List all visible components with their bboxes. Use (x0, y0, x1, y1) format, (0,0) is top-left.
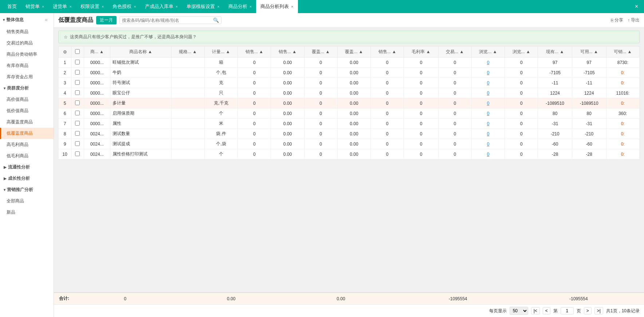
nav-item-products[interactable]: 产成品入库单 × (141, 0, 182, 13)
total-stock1: -1095554 (440, 296, 476, 301)
col-stock1[interactable]: 现有... ▲ (538, 47, 572, 58)
sidebar-item-new-products[interactable]: 新品 (0, 207, 54, 218)
row-b1[interactable]: 0 (471, 68, 504, 78)
row-name: 牛奶 (110, 68, 171, 78)
col-name[interactable]: 商品名称 ▲ (110, 47, 171, 58)
sidebar-section-cluster[interactable]: ▾ 类群度分析 (0, 83, 54, 94)
sidebar-item-high-value[interactable]: 高价值商品 (0, 94, 54, 105)
row-b1[interactable]: 0 (471, 58, 504, 68)
export-button[interactable]: ↑ 导出 (628, 17, 640, 23)
sidebar-section-growth[interactable]: ▶ 成长性分析 (0, 173, 54, 184)
row-b1[interactable]: 0 (471, 139, 504, 149)
nav-item-purchase[interactable]: 进货单 × (48, 0, 76, 13)
period-button[interactable]: 近一月 (96, 16, 117, 24)
row-spec (171, 78, 204, 88)
row-checkbox[interactable] (71, 98, 84, 108)
first-page-button[interactable]: |< (531, 307, 540, 314)
row-checkbox[interactable] (71, 129, 84, 139)
sidebar-section-marketing[interactable]: ▾ 营销推广分析 (0, 184, 54, 195)
close-icon[interactable]: × (176, 4, 178, 9)
page-number-input[interactable] (561, 307, 574, 314)
row-b1[interactable]: 0 (471, 119, 504, 129)
row-checkbox[interactable] (71, 88, 84, 98)
next-page-button[interactable]: > (584, 307, 592, 314)
row-trans: 0 (438, 119, 471, 129)
sidebar-item-traded-products[interactable]: 交易过的商品 (0, 37, 54, 49)
row-checkbox[interactable] (71, 68, 84, 78)
nav-item-sales[interactable]: 销货单 × (21, 0, 48, 13)
nav-item-templates[interactable]: 单据模板设置 × (182, 0, 224, 13)
sidebar-item-category-rate[interactable]: 商品分类动销率 (0, 49, 54, 60)
col-margin[interactable]: 毛利率 ▲ (404, 47, 438, 58)
row-b1[interactable]: 0 (471, 149, 504, 159)
close-icon[interactable]: × (217, 4, 219, 9)
row-checkbox[interactable] (71, 139, 84, 149)
window-close-button[interactable]: × (632, 3, 641, 10)
chevron-down-icon: ▾ (3, 18, 5, 22)
row-checkbox[interactable] (71, 149, 84, 159)
row-checkbox[interactable] (71, 108, 84, 119)
close-icon[interactable]: × (69, 4, 71, 9)
col-sales1[interactable]: 销售... ▲ (238, 47, 271, 58)
share-button[interactable]: ⎘ 分享 (611, 17, 623, 23)
row-stock3: 0: (606, 149, 639, 159)
row-stock1: 1224 (538, 88, 572, 98)
col-spec[interactable]: 规格... ▲ (171, 47, 204, 58)
sidebar-item-sales-products[interactable]: 销售类商品 (0, 26, 54, 37)
sidebar-collapse-button[interactable]: « (42, 15, 51, 24)
col-checkbox[interactable] (71, 47, 84, 58)
row-b1[interactable]: 0 (471, 108, 504, 119)
row-b1[interactable]: 0 (471, 129, 504, 139)
row-s2: 0.00 (271, 68, 304, 78)
nav-item-analysis-list[interactable]: 商品分析列表 × (256, 0, 298, 13)
close-icon[interactable]: × (134, 4, 136, 9)
row-checkbox[interactable] (71, 78, 84, 88)
col-code[interactable]: 商... ▲ (84, 47, 110, 58)
col-browse1[interactable]: 浏览... ▲ (471, 47, 504, 58)
sidebar-item-high-margin[interactable]: 高毛利商品 (0, 139, 54, 150)
last-page-button[interactable]: >| (594, 307, 603, 314)
col-browse2[interactable]: 浏览... ▲ (505, 47, 538, 58)
sidebar-section-liquidity[interactable]: ▶ 流通性分析 (0, 162, 54, 173)
prev-page-button[interactable]: < (543, 307, 550, 314)
select-all-checkbox[interactable] (75, 49, 80, 54)
close-icon[interactable]: × (250, 4, 252, 9)
sidebar-item-capital[interactable]: 库存资金占用 (0, 71, 54, 83)
row-stock3: 8730: (606, 58, 639, 68)
row-checkbox[interactable] (71, 58, 84, 68)
sidebar-item-in-stock[interactable]: 有库存商品 (0, 60, 54, 71)
sidebar-item-high-coverage[interactable]: 高覆盖度商品 (0, 116, 54, 128)
table-container[interactable]: ⚙ 商... ▲ 商品名称 ▲ 规格... ▲ 计量... ▲ 销售... ▲ … (54, 46, 644, 292)
col-sales2[interactable]: 销售... ▲ (271, 47, 304, 58)
nav-item-analysis[interactable]: 商品分析 × (224, 0, 256, 13)
sidebar-item-low-value[interactable]: 低价值商品 (0, 105, 54, 116)
nav-item-permissions[interactable]: 权限设置 × (76, 0, 108, 13)
row-b1[interactable]: 0 (471, 88, 504, 98)
col-unit[interactable]: 计量... ▲ (204, 47, 237, 58)
col-stock2[interactable]: 可用... ▲ (572, 47, 606, 58)
sidebar-item-low-coverage[interactable]: 低覆盖度商品 (0, 128, 54, 139)
per-page-select[interactable]: 50 100 200 (510, 307, 528, 315)
sidebar-item-all-products[interactable]: 全部商品 (0, 195, 54, 207)
search-input[interactable] (122, 18, 213, 23)
row-checkbox[interactable] (71, 119, 84, 129)
total-c2: 0.00 (326, 296, 356, 301)
nav-item-roles[interactable]: 角色授权 × (108, 0, 140, 13)
col-cover2[interactable]: 覆盖... ▲ (337, 47, 370, 58)
row-b1[interactable]: 0 (471, 78, 504, 88)
close-icon[interactable]: × (102, 4, 104, 9)
sidebar-section-overall[interactable]: ▾ 整体信息 (3, 17, 24, 23)
row-margin: 0 (404, 68, 438, 78)
sidebar-item-low-margin[interactable]: 低毛利商品 (0, 150, 54, 162)
close-icon[interactable]: × (291, 4, 293, 9)
search-icon[interactable]: 🔍 (213, 17, 219, 23)
nav-item-home[interactable]: 首页 (3, 0, 21, 13)
col-sales3[interactable]: 销售... ▲ (371, 47, 404, 58)
row-b1[interactable]: 0 (471, 98, 504, 108)
col-trans[interactable]: 交易... ▲ (438, 47, 471, 58)
col-stock3[interactable]: 可销... ▲ (606, 47, 639, 58)
close-icon[interactable]: × (42, 4, 44, 9)
row-s1: 0 (238, 129, 271, 139)
col-cover1[interactable]: 覆盖... ▲ (304, 47, 337, 58)
col-settings[interactable]: ⚙ (59, 47, 71, 58)
